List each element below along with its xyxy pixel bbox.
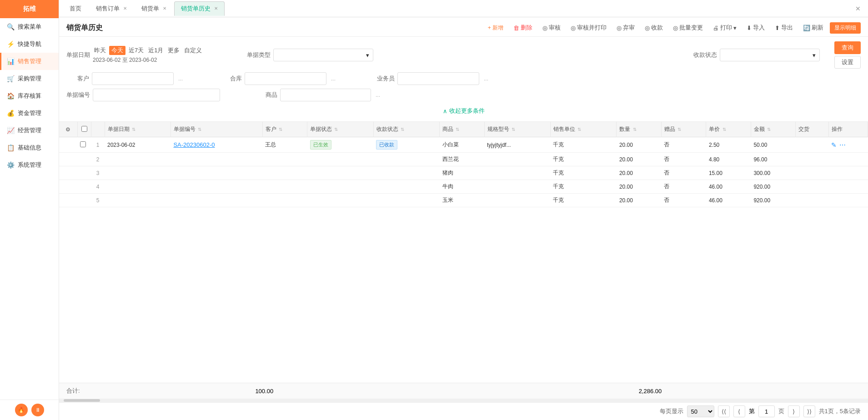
audit-print-button[interactable]: ◎ 审核并打印 [567, 22, 610, 34]
warehouse-ellipsis[interactable]: ... [329, 75, 337, 82]
sidebar-label-system-mgmt: 系统管理 [18, 161, 41, 169]
row-checkbox[interactable] [80, 141, 86, 147]
date-shortcut-近7天[interactable]: 近7天 [127, 46, 145, 55]
customer-ellipsis[interactable]: ... [176, 75, 185, 82]
cell-checkbox[interactable] [77, 166, 91, 180]
date-shortcut-今天[interactable]: 今天 [109, 46, 125, 55]
th-customer[interactable]: 客户 ⇅ [262, 122, 307, 137]
tab-home[interactable]: 首页 [63, 1, 88, 16]
sidebar-item-purchase-mgmt[interactable]: 🛒采购管理 [0, 70, 59, 87]
per-page-select[interactable]: 50 100 200 [687, 405, 714, 417]
page-label-pre: 第 [749, 407, 755, 415]
cell-checkbox[interactable] [77, 180, 91, 194]
sidebar-item-search-menu[interactable]: 🔍搜索菜单 [0, 18, 59, 35]
sidebar-label-operations: 经营管理 [18, 126, 41, 135]
tab-sales-history[interactable]: 销货单历史✕ [174, 1, 225, 16]
sidebar-item-inventory[interactable]: 🏠库存核算 [0, 87, 59, 105]
cell-paystatus [373, 153, 439, 166]
sidebar-item-sales-mgmt[interactable]: 📊销售管理 [0, 53, 59, 70]
customer-input[interactable] [92, 72, 174, 85]
th-pay-status[interactable]: 收款状态 ⇅ [373, 122, 439, 137]
query-button[interactable]: 查询 [834, 41, 861, 54]
th-sales-unit[interactable]: 销售单位 ⇅ [550, 122, 616, 137]
delete-button[interactable]: 🗑 删除 [510, 22, 536, 34]
doc-type-select[interactable]: ▾ [273, 49, 373, 61]
th-goods[interactable]: 商品 ⇅ [440, 122, 485, 137]
tab-close-sales-order[interactable]: ✕ [123, 6, 127, 11]
th-gift[interactable]: 赠品 ⇅ [661, 122, 706, 137]
sidebar-icon-system-mgmt: ⚙️ [7, 161, 14, 169]
refresh-button[interactable]: 🔄 刷新 [799, 22, 827, 34]
cell-action [828, 194, 868, 207]
tab-sales-goods[interactable]: 销货单✕ [135, 1, 173, 16]
batch-change-button[interactable]: ◎ 批量变更 [669, 22, 707, 34]
tab-bar-close[interactable]: ✕ [852, 5, 864, 12]
date-shortcut-更多[interactable]: 更多 [166, 46, 181, 55]
doc-num-input[interactable] [93, 89, 220, 101]
sidebar-bottom-btn-2[interactable]: ⏸ [31, 404, 44, 416]
next-page-button[interactable]: ⟩ [788, 405, 800, 417]
date-shortcut-昨天[interactable]: 昨天 [93, 46, 107, 55]
tab-close-sales-history[interactable]: ✕ [214, 6, 218, 11]
warehouse-input[interactable] [245, 72, 326, 85]
import-button[interactable]: ⬇ 导入 [743, 22, 768, 34]
audit-button[interactable]: ◎ 审核 [539, 22, 564, 34]
cell-docnum [171, 180, 262, 194]
cell-gift: 否 [661, 180, 706, 194]
date-shortcut-近1月[interactable]: 近1月 [147, 46, 165, 55]
cell-goods: 小白菜 [440, 137, 485, 153]
th-action: 操作 [828, 122, 868, 137]
scrollbar-row[interactable] [59, 399, 868, 402]
new-button[interactable]: + 新增 [484, 22, 507, 34]
tab-sales-order[interactable]: 销售订单✕ [89, 1, 134, 16]
collect-button[interactable]: ◎ 收款 [641, 22, 667, 34]
sidebar-item-basic-info[interactable]: 📋基础信息 [0, 139, 59, 156]
print-button[interactable]: 🖨 打印 ▾ [709, 22, 740, 34]
page-input[interactable] [758, 405, 775, 417]
sidebar-item-operations[interactable]: 📈经营管理 [0, 122, 59, 139]
cell-gift: 否 [661, 153, 706, 166]
goods-input[interactable] [280, 89, 371, 101]
date-shortcut-自定义[interactable]: 自定义 [183, 46, 203, 55]
salesperson-input[interactable] [397, 72, 479, 85]
th-doc-num[interactable]: 单据编号 ⇅ [171, 122, 262, 137]
abandon-button[interactable]: ◎ 弃审 [613, 22, 638, 34]
scrollbar-thumb[interactable] [64, 399, 100, 402]
page-label: 页 [778, 407, 784, 415]
th-doc-status[interactable]: 单据状态 ⇅ [307, 122, 373, 137]
sidebar-item-finance-mgmt[interactable]: 💰资金管理 [0, 105, 59, 122]
th-checkbox[interactable] [77, 122, 91, 137]
more-icon[interactable]: ⋯ [839, 141, 846, 149]
cell-amount: 920.00 [751, 180, 796, 194]
settings-button[interactable]: 设置 [834, 56, 861, 69]
th-spec-type[interactable]: 规格型号 ⇅ [484, 122, 550, 137]
cell-rownum: 5 [91, 194, 105, 207]
salesperson-ellipsis[interactable]: ... [482, 75, 490, 82]
cell-gift: 否 [661, 194, 706, 207]
collapse-button[interactable]: ∧ 收起更多条件 [66, 105, 861, 117]
th-unit-price[interactable]: 单价 ⇅ [706, 122, 751, 137]
sidebar-item-system-mgmt[interactable]: ⚙️系统管理 [0, 156, 59, 174]
sidebar-item-quick-nav[interactable]: ⚡快捷导航 [0, 35, 59, 53]
cell-salesunit: 千克 [550, 137, 616, 153]
th-date[interactable]: 单据日期 ⇅ [105, 122, 171, 137]
last-page-button[interactable]: ⟩⟩ [803, 405, 815, 417]
show-detail-button[interactable]: 显示明细 [830, 22, 861, 34]
export-button[interactable]: ⬆ 导出 [771, 22, 797, 34]
cell-checkbox[interactable] [77, 137, 91, 153]
th-settings[interactable]: ⚙ [59, 122, 77, 137]
payment-status-select[interactable]: ▾ [720, 49, 820, 61]
goods-ellipsis[interactable]: ... [374, 92, 382, 98]
th-amount[interactable]: 金额 ⇅ [751, 122, 796, 137]
cell-checkbox[interactable] [77, 153, 91, 166]
data-table: ⚙ 单据日期 ⇅ 单据编号 ⇅ 客户 ⇅ 单据状态 ⇅ 收款状态 ⇅ 商品 ⇅ … [59, 122, 868, 207]
select-all-checkbox[interactable] [81, 126, 87, 132]
edit-icon[interactable]: ✎ [831, 141, 837, 149]
sidebar-bottom-btn-1[interactable]: 🔥 [15, 404, 28, 416]
first-page-button[interactable]: ⟨⟨ [718, 405, 730, 417]
tab-close-sales-goods[interactable]: ✕ [163, 6, 166, 11]
doc-num-link[interactable]: SA-20230602-0 [173, 141, 215, 148]
prev-page-button[interactable]: ⟨ [733, 405, 745, 417]
cell-checkbox[interactable] [77, 194, 91, 207]
th-quantity[interactable]: 数量 ⇅ [617, 122, 662, 137]
